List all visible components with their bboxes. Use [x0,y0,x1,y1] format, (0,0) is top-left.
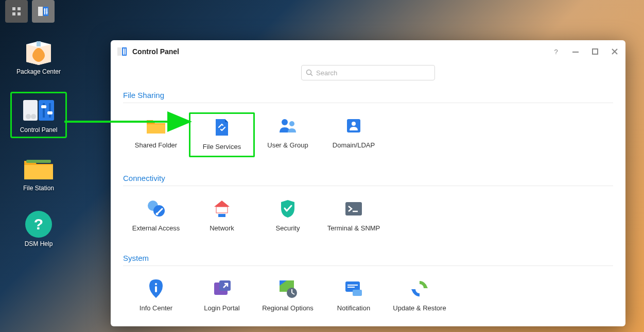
cp-item-label: Regional Options [262,304,314,312]
desktop-icon-dsm-help[interactable]: ? DSM Help [10,208,67,250]
cp-item-label: Security [276,224,300,232]
cp-login-portal[interactable]: Login Portal [189,275,255,317]
login-portal-icon [212,278,232,299]
control-panel-icon [22,96,55,124]
svg-line-30 [311,74,313,76]
external-access-icon [146,198,166,219]
network-icon [212,198,232,219]
cp-shared-folder[interactable]: Shared Folder [123,112,189,157]
control-panel-window: Control Panel ? File Sharing Shared Fold… [111,40,625,326]
svg-rect-54 [353,290,362,296]
section-system: System [123,248,613,266]
svg-rect-15 [49,103,51,118]
svg-rect-3 [18,12,21,15]
cp-info-center[interactable]: Info Center [123,275,189,317]
cp-user-group[interactable]: User & Group [255,112,321,157]
svg-text:?: ? [34,215,43,233]
search-input[interactable] [316,69,430,77]
connectivity-grid: External Access Network Security Termina… [123,195,613,237]
svg-rect-40 [218,214,225,217]
svg-rect-18 [26,160,51,163]
svg-point-12 [26,114,31,119]
file-sharing-grid: Shared Folder File Services User & Group… [123,112,613,157]
taskbar-control-panel-button[interactable] [32,0,55,23]
control-panel-small-icon [38,6,49,17]
cp-external-access[interactable]: External Access [123,195,189,237]
cp-terminal-snmp[interactable]: Terminal & SNMP [321,195,387,237]
svg-rect-7 [46,8,47,14]
cp-item-label: Domain/LDAP [333,141,375,149]
update-restore-icon [409,278,430,299]
svg-rect-53 [347,287,355,288]
cp-domain-ldap[interactable]: Domain/LDAP [321,112,387,157]
cp-notification[interactable]: Notification [321,275,387,317]
system-grid: Info Center Login Portal Regional Option… [123,275,613,317]
svg-rect-52 [347,285,358,286]
cp-security[interactable]: Security [255,195,321,237]
file-station-icon [22,155,55,182]
dsm-help-icon: ? [22,210,55,238]
close-button[interactable] [610,47,619,56]
svg-rect-5 [43,7,48,16]
svg-rect-16 [41,105,46,108]
section-file-sharing: File Sharing [123,86,613,103]
svg-point-13 [31,114,36,119]
minimize-button[interactable] [571,47,580,56]
desktop-icon-label: Control Panel [20,126,58,134]
maximize-button[interactable] [590,47,600,56]
terminal-icon [343,198,364,219]
cp-item-label: Login Portal [204,304,239,312]
package-center-icon [22,38,55,66]
security-icon [277,198,298,219]
search-field[interactable] [301,65,435,80]
svg-rect-2 [12,12,15,15]
svg-rect-23 [122,47,127,56]
svg-rect-22 [117,47,121,56]
desktop-icon-control-panel[interactable]: Control Panel [10,92,67,138]
section-connectivity: Connectivity [123,169,613,186]
cp-update-restore[interactable]: Update & Restore [387,275,452,317]
svg-point-8 [44,9,46,11]
close-icon [612,48,618,55]
cp-item-label: User & Group [267,141,308,149]
svg-point-9 [46,12,48,13]
svg-point-43 [155,283,157,285]
svg-rect-25 [125,48,126,55]
cp-network[interactable]: Network [189,195,255,237]
help-button[interactable]: ? [551,47,561,56]
cp-item-label: Update & Restore [393,304,446,312]
svg-point-29 [307,70,311,75]
svg-rect-0 [12,7,15,10]
desktop-icon-file-station[interactable]: File Station [10,153,67,194]
window-controls: ? [551,47,619,56]
control-panel-title-icon [117,46,127,57]
cp-regional-options[interactable]: Regional Options [255,275,321,317]
svg-rect-17 [47,111,53,114]
svg-rect-27 [572,52,579,53]
window-titlebar[interactable]: Control Panel ? [111,40,625,63]
apps-grid-icon [11,6,22,16]
svg-rect-44 [155,286,157,292]
desktop-icon-package-center[interactable]: Package Center [10,36,67,77]
svg-text:?: ? [554,48,558,55]
maximize-icon [592,48,598,55]
svg-rect-4 [38,7,43,16]
desktop-icon-label: File Station [23,185,54,192]
svg-rect-11 [39,100,54,121]
domain-ldap-icon [343,115,364,136]
taskbar [5,0,55,23]
desktop-icon-label: DSM Help [25,240,53,247]
control-panel-content[interactable]: File Sharing Shared Folder File Services… [111,86,625,326]
cp-item-label: External Access [132,224,180,232]
taskbar-apps-button[interactable] [5,0,28,23]
cp-item-label: File Services [203,143,241,151]
window-title: Control Panel [132,47,546,56]
svg-rect-39 [216,207,228,213]
cp-item-label: Notification [337,304,370,312]
cp-file-services[interactable]: File Services [189,112,255,157]
svg-point-32 [289,121,294,126]
svg-point-38 [156,213,159,215]
question-icon: ? [552,48,560,55]
svg-point-34 [352,122,356,126]
search-icon [306,69,313,76]
